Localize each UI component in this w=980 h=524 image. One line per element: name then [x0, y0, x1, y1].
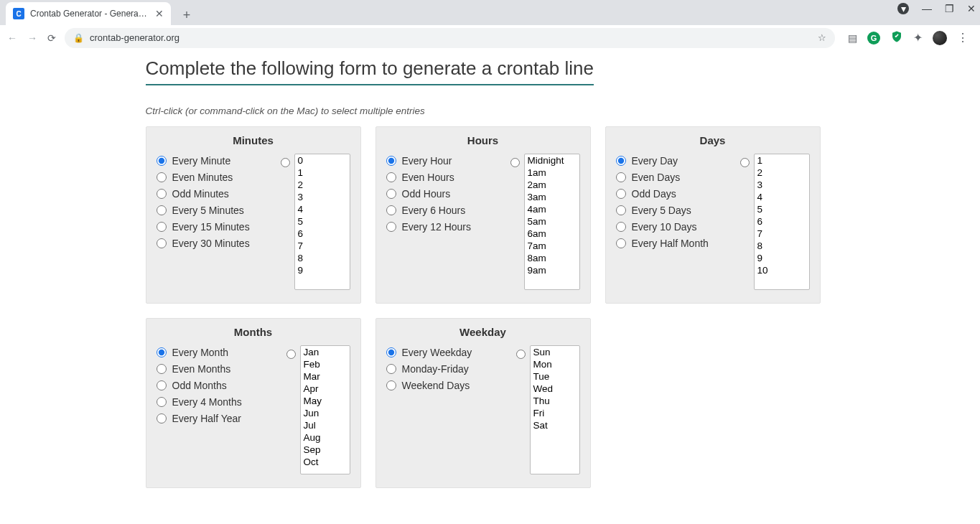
list-item[interactable]: 5 — [295, 215, 350, 228]
list-item[interactable]: 1am — [525, 167, 579, 179]
radio-even-minutes[interactable]: Even Minutes — [157, 172, 275, 183]
radio-even-days[interactable]: Even Days — [616, 172, 734, 183]
list-item[interactable]: May — [301, 395, 350, 407]
list-item[interactable]: Oct — [301, 456, 350, 468]
list-item[interactable]: 7 — [755, 228, 809, 240]
list-item[interactable]: 2 — [295, 179, 350, 191]
reader-icon[interactable]: ▤ — [848, 32, 857, 44]
radio-odd-hours[interactable]: Odd Hours — [386, 188, 505, 200]
list-item[interactable]: Fri — [531, 407, 579, 419]
radio-every-weekday[interactable]: Every Weekday — [386, 347, 510, 358]
list-item[interactable]: Aug — [301, 431, 350, 444]
radio-every-10-days[interactable]: Every 10 Days — [616, 221, 734, 233]
shield-icon[interactable] — [890, 30, 903, 45]
list-item[interactable]: Jan — [301, 346, 350, 358]
list-item[interactable]: Thu — [531, 395, 579, 407]
list-item[interactable]: Tue — [531, 370, 579, 383]
extension-circle-icon[interactable]: ▾ — [897, 3, 909, 14]
list-item[interactable]: Feb — [301, 358, 350, 370]
minutes-select[interactable]: 0123456789 — [294, 154, 350, 290]
list-item[interactable]: 1 — [755, 154, 809, 167]
list-item[interactable]: 9 — [295, 264, 350, 276]
radio-days-list[interactable] — [740, 158, 750, 167]
kebab-menu-icon[interactable]: ⋮ — [957, 31, 969, 45]
list-item[interactable]: 3 — [295, 191, 350, 203]
radio-weekday-list[interactable] — [516, 350, 526, 359]
radio-even-months[interactable]: Even Months — [157, 363, 281, 375]
list-item[interactable]: Mar — [301, 370, 350, 383]
radio-every-half-month[interactable]: Every Half Month — [616, 238, 734, 249]
extensions-puzzle-icon[interactable]: ✦ — [913, 31, 923, 45]
radio-every-month[interactable]: Every Month — [157, 347, 281, 358]
list-item[interactable]: Sat — [531, 419, 579, 431]
radio-months-list[interactable] — [286, 350, 296, 359]
bookmark-star-icon[interactable]: ☆ — [818, 32, 826, 43]
radio-odd-days[interactable]: Odd Days — [616, 188, 734, 200]
radio-every-4-months[interactable]: Every 4 Months — [157, 396, 281, 408]
list-item[interactable]: 10 — [755, 264, 809, 276]
list-item[interactable]: Sun — [531, 346, 579, 358]
radio-every-half-year[interactable]: Every Half Year — [157, 413, 281, 424]
radio-every-minute[interactable]: Every Minute — [157, 155, 275, 167]
list-item[interactable]: 0 — [295, 154, 350, 167]
list-item[interactable]: 6 — [755, 215, 809, 228]
list-item[interactable]: 8 — [755, 240, 809, 252]
forward-icon[interactable]: → — [27, 32, 37, 44]
list-item[interactable]: 7am — [525, 240, 579, 252]
list-item[interactable]: Midnight — [525, 154, 579, 167]
radio-monday-friday[interactable]: Monday-Friday — [386, 363, 510, 375]
radio-every-5-minutes[interactable]: Every 5 Minutes — [157, 205, 275, 216]
back-icon[interactable]: ← — [7, 32, 17, 44]
list-item[interactable]: Mon — [531, 358, 579, 370]
radio-even-hours[interactable]: Even Hours — [386, 172, 505, 183]
list-item[interactable]: 2am — [525, 179, 579, 191]
radio-minutes-list[interactable] — [281, 158, 290, 167]
radio-every-12-hours[interactable]: Every 12 Hours — [386, 221, 505, 233]
list-item[interactable]: Jun — [301, 407, 350, 419]
reload-icon[interactable]: ⟳ — [47, 32, 56, 44]
list-item[interactable]: 9am — [525, 264, 579, 276]
list-item[interactable]: 4 — [755, 191, 809, 203]
browser-tab[interactable]: C Crontab Generator - Generate cr ✕ — [6, 2, 171, 25]
months-select[interactable]: JanFebMarAprMayJunJulAugSepOct — [300, 345, 350, 474]
list-item[interactable]: 2 — [755, 167, 809, 179]
close-tab-icon[interactable]: ✕ — [155, 8, 164, 19]
list-item[interactable]: 6 — [295, 228, 350, 240]
list-item[interactable]: Sep — [301, 444, 350, 456]
days-select[interactable]: 12345678910 — [754, 154, 810, 290]
weekday-select[interactable]: SunMonTueWedThuFriSat — [530, 345, 580, 474]
radio-odd-months[interactable]: Odd Months — [157, 380, 281, 391]
list-item[interactable]: 6am — [525, 228, 579, 240]
radio-every-5-days[interactable]: Every 5 Days — [616, 205, 734, 216]
grammarly-icon[interactable]: G — [867, 32, 880, 45]
list-item[interactable]: 8 — [295, 252, 350, 264]
list-item[interactable]: 4am — [525, 203, 579, 215]
radio-every-30-minutes[interactable]: Every 30 Minutes — [157, 238, 275, 249]
list-item[interactable]: 3am — [525, 191, 579, 203]
page-viewport[interactable]: Complete the following form to generate … — [0, 50, 980, 524]
list-item[interactable]: 8am — [525, 252, 579, 264]
window-minimize-icon[interactable]: — — [922, 3, 932, 14]
new-tab-button[interactable]: + — [177, 5, 197, 25]
list-item[interactable]: Apr — [301, 383, 350, 395]
list-item[interactable]: 5am — [525, 215, 579, 228]
radio-every-6-hours[interactable]: Every 6 Hours — [386, 205, 505, 216]
radio-odd-minutes[interactable]: Odd Minutes — [157, 188, 275, 200]
address-bar[interactable]: 🔒 crontab-generator.org ☆ — [65, 28, 835, 48]
list-item[interactable]: 3 — [755, 179, 809, 191]
window-close-icon[interactable]: ✕ — [967, 3, 976, 14]
list-item[interactable]: 1 — [295, 167, 350, 179]
list-item[interactable]: 5 — [755, 203, 809, 215]
radio-weekend-days[interactable]: Weekend Days — [386, 380, 510, 391]
radio-every-day[interactable]: Every Day — [616, 155, 734, 167]
radio-hours-list[interactable] — [510, 158, 520, 167]
list-item[interactable]: 7 — [295, 240, 350, 252]
list-item[interactable]: 4 — [295, 203, 350, 215]
list-item[interactable]: Jul — [301, 419, 350, 431]
window-maximize-icon[interactable]: ❐ — [945, 3, 954, 14]
radio-every-15-minutes[interactable]: Every 15 Minutes — [157, 221, 275, 233]
list-item[interactable]: 9 — [755, 252, 809, 264]
list-item[interactable]: Wed — [531, 383, 579, 395]
profile-avatar-icon[interactable] — [933, 31, 947, 45]
hours-select[interactable]: Midnight1am2am3am4am5am6am7am8am9am — [524, 154, 580, 290]
